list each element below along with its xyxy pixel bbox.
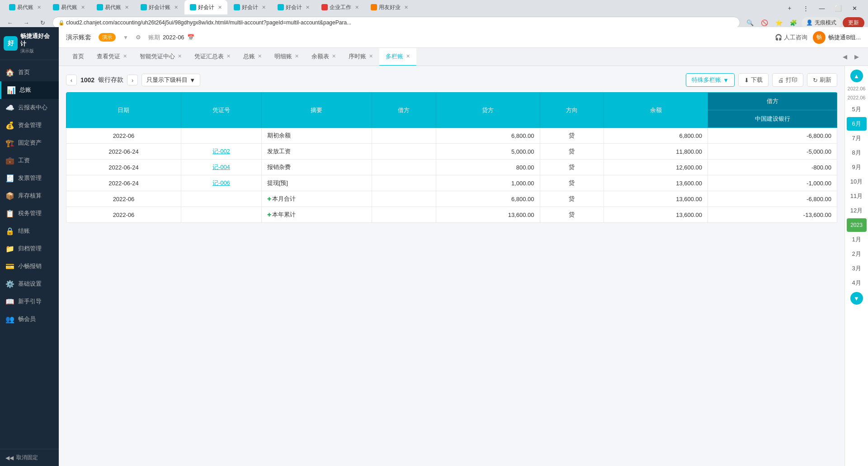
browser-tab-2[interactable]: 易代账 ✕: [47, 0, 90, 14]
user-info-area[interactable]: 畅 畅捷通B组...: [813, 31, 861, 44]
browser-tab-4[interactable]: 好会计账 ✕: [135, 0, 184, 14]
sidebar-item-general-ledger[interactable]: 📊 总账: [0, 81, 59, 99]
tabs-collapse-left[interactable]: ◀: [841, 52, 849, 62]
tab-close-2[interactable]: ✕: [81, 5, 85, 10]
sidebar-item-tax[interactable]: 📋 税务管理: [0, 205, 59, 222]
tab-close-4[interactable]: ✕: [174, 5, 178, 10]
tab-close-9[interactable]: ✕: [404, 5, 408, 10]
print-button[interactable]: 🖨 打印: [772, 73, 803, 87]
cell-extra: -13,600.00: [708, 207, 837, 223]
settings-gear-icon[interactable]: ⚙: [136, 34, 141, 41]
calendar-month-2023-1[interactable]: 1月: [847, 233, 867, 246]
calendar-month-11[interactable]: 11月: [847, 189, 867, 203]
browser-tab-7[interactable]: 好会计 ✕: [272, 0, 315, 14]
update-button[interactable]: 更新: [843, 17, 864, 28]
refresh-button[interactable]: ↻ 刷新: [807, 73, 837, 87]
tab-general-ledger[interactable]: 总账 ✕: [237, 48, 268, 66]
tab-close-smart-center[interactable]: ✕: [178, 53, 182, 59]
tab-balance-sheet[interactable]: 余额表 ✕: [305, 48, 342, 66]
voucher-link[interactable]: 记-004: [212, 164, 230, 170]
calendar-month-12[interactable]: 12月: [847, 204, 867, 217]
tab-list-button[interactable]: ⋮: [799, 2, 812, 14]
calendar-year-2023-marker[interactable]: 2023: [847, 218, 867, 232]
tab-close-view-voucher[interactable]: ✕: [123, 53, 127, 59]
sidebar-item-fund[interactable]: 💰 资金管理: [0, 117, 59, 134]
calendar-icon[interactable]: 📅: [187, 34, 194, 41]
tab-multi-column[interactable]: 多栏账 ✕: [379, 48, 416, 66]
close-window-button[interactable]: ✕: [848, 2, 861, 14]
download-button[interactable]: ⬇ 下载: [738, 73, 769, 87]
browser-tab-8[interactable]: 企业工作 ✕: [316, 0, 364, 14]
demo-badge: 演示: [99, 33, 116, 42]
calendar-month-2023-3[interactable]: 3月: [847, 262, 867, 275]
tab-view-voucher[interactable]: 查看凭证 ✕: [90, 48, 133, 66]
special-column-button[interactable]: 特殊多栏账 ▼: [686, 73, 735, 87]
voucher-link[interactable]: 记-006: [212, 179, 230, 186]
content-area: ‹ 1002 银行存款 › 只显示下级科目 ▼ 特殊多栏账 ▼: [59, 66, 868, 466]
sidebar-item-home[interactable]: 🏠 首页: [0, 64, 59, 81]
tab-close-voucher-summary[interactable]: ✕: [226, 53, 231, 59]
dropdown-arrow[interactable]: ▼: [123, 34, 128, 41]
unpin-button[interactable]: ◀◀ 取消固定: [0, 449, 59, 466]
tab-close-balance-sheet[interactable]: ✕: [332, 53, 336, 59]
sidebar-item-close[interactable]: 🔒 结账: [0, 222, 59, 240]
maximize-button[interactable]: ⬜: [832, 2, 844, 14]
tab-close-journal[interactable]: ✕: [369, 53, 373, 59]
tab-close-7[interactable]: ✕: [306, 5, 310, 10]
browser-tab-9[interactable]: 用友好业 ✕: [365, 0, 414, 14]
browser-tab-3[interactable]: 易代账 ✕: [91, 0, 134, 14]
cell-extra: -6,800.00: [708, 191, 837, 207]
sidebar-item-guide[interactable]: 📖 新手引导: [0, 293, 59, 311]
sidebar-item-invoice[interactable]: 🧾 发票管理: [0, 169, 59, 187]
consult-button[interactable]: 🎧 人工咨询: [775, 33, 807, 42]
tab-home[interactable]: 首页: [66, 48, 90, 66]
tab-close-3[interactable]: ✕: [125, 5, 129, 10]
cell-summary: 提现[预]: [261, 175, 372, 191]
tab-close-general-ledger[interactable]: ✕: [258, 53, 262, 59]
calendar-month-6[interactable]: 6月: [847, 117, 867, 131]
filter-select[interactable]: 只显示下级科目 ▼: [142, 74, 200, 86]
tab-close-6[interactable]: ✕: [262, 5, 266, 10]
calendar-scroll-down[interactable]: ▼: [850, 292, 863, 305]
assets-icon: 🏗️: [5, 139, 14, 147]
page-tabs: 首页 查看凭证 ✕ 智能凭证中心 ✕ 凭证汇总表 ✕ 总账 ✕ 明细账 ✕: [59, 48, 868, 66]
tab-close-1[interactable]: ✕: [37, 5, 41, 10]
new-tab-button[interactable]: ＋: [783, 2, 796, 14]
tab-close-8[interactable]: ✕: [355, 5, 359, 10]
browser-tab-6[interactable]: 好会计 ✕: [228, 0, 271, 14]
next-account-button[interactable]: ›: [127, 75, 138, 85]
calendar-month-7[interactable]: 7月: [847, 132, 867, 145]
calendar-month-2023-2[interactable]: 2月: [847, 247, 867, 261]
tabs-expand-right[interactable]: ▶: [853, 52, 861, 62]
sidebar-item-settings[interactable]: ⚙️ 基础设置: [0, 275, 59, 293]
sidebar-item-member[interactable]: 👥 畅会员: [0, 311, 59, 328]
tab-detail-ledger[interactable]: 明细账 ✕: [268, 48, 305, 66]
tab-voucher-summary[interactable]: 凭证汇总表 ✕: [188, 48, 237, 66]
sidebar-item-expense[interactable]: 💳 小畅报销: [0, 258, 59, 275]
browser-tab-1[interactable]: 易代账 ✕: [4, 0, 47, 14]
prev-account-button[interactable]: ‹: [66, 75, 77, 85]
calendar-month-9[interactable]: 9月: [847, 160, 867, 174]
minimize-button[interactable]: —: [816, 2, 828, 14]
calendar-month-5[interactable]: 5月: [847, 103, 867, 116]
browser-tab-5[interactable]: 好会计 ✕: [184, 0, 227, 14]
calendar-month-10[interactable]: 10月: [847, 175, 867, 188]
calendar-month-2023-4[interactable]: 4月: [847, 276, 867, 290]
sidebar-item-cloud-report[interactable]: ☁️ 云报表中心: [0, 99, 59, 117]
sidebar-item-inventory[interactable]: 📦 库存核算: [0, 187, 59, 205]
wuhen-mode-button[interactable]: 👤 无痕模式: [802, 17, 841, 28]
sidebar-item-salary[interactable]: 💼 工资: [0, 152, 59, 169]
cell-credit: 13,600.00: [436, 207, 540, 223]
tab-close-detail-ledger[interactable]: ✕: [295, 53, 299, 59]
sidebar-item-archive[interactable]: 📁 归档管理: [0, 240, 59, 258]
cell-direction: 贷: [540, 175, 604, 191]
tab-close-multi-column[interactable]: ✕: [406, 53, 410, 59]
tab-journal[interactable]: 序时账 ✕: [342, 48, 379, 66]
tab-close-5[interactable]: ✕: [218, 5, 222, 10]
calendar-scroll-up[interactable]: ▲: [850, 70, 863, 82]
sidebar-item-fixed-assets[interactable]: 🏗️ 固定资产: [0, 134, 59, 152]
tab-smart-center[interactable]: 智能凭证中心 ✕: [133, 48, 188, 66]
cell-date: 2022-06-24: [66, 160, 181, 175]
voucher-link[interactable]: 记-002: [212, 148, 230, 155]
calendar-month-8[interactable]: 8月: [847, 146, 867, 160]
